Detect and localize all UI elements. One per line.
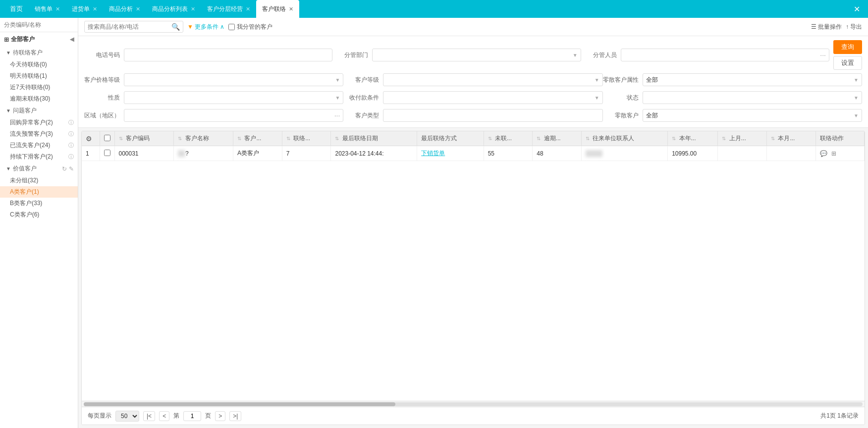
customer-type-input[interactable] — [383, 109, 602, 122]
close-icon[interactable]: ✕ — [246, 6, 250, 12]
payment-select[interactable]: ▼ — [383, 91, 602, 104]
close-icon[interactable]: ✕ — [55, 6, 60, 12]
sort-icon[interactable]: ⇅ — [488, 136, 492, 141]
row-code: 000031 — [114, 146, 174, 161]
manager-select[interactable]: ··· — [621, 49, 829, 61]
close-icon[interactable]: ✕ — [93, 6, 97, 12]
sidebar-item-ungrouped[interactable]: 未分组(32) — [0, 175, 78, 186]
settings-icon[interactable]: ⚙ — [86, 135, 92, 143]
sidebar-item-b-class[interactable]: B类客户(33) — [0, 198, 78, 209]
edit-icon[interactable]: ✎ — [69, 165, 74, 172]
sidebar-item-tomorrow[interactable]: 明天待联络(1) — [0, 70, 78, 82]
filter-search-wrap: 🔍 — [84, 21, 183, 33]
sort-icon[interactable]: ⇅ — [335, 136, 339, 141]
retail-attr-select[interactable]: 全部 ▼ — [643, 73, 862, 86]
field-retail-attr: 零散客户属性 全部 ▼ — [603, 72, 862, 88]
row-checkbox[interactable] — [104, 150, 110, 156]
select-all-checkbox[interactable] — [104, 135, 110, 141]
nav-tab-salesorder[interactable]: 销售单 ✕ — [29, 0, 66, 18]
field-customer-level: 客户等级 ▼ — [343, 72, 602, 88]
col-checkbox — [100, 131, 114, 146]
sidebar-all-customers[interactable]: ⊞ 全部客户 ◀ — [0, 32, 78, 47]
nav-tab-productanalysis[interactable]: 商品分析 ✕ — [103, 0, 146, 18]
collapse-icon[interactable]: ◀ — [70, 36, 74, 43]
customer-level-select[interactable]: ▼ — [383, 73, 602, 86]
refresh-icon[interactable]: ↻ — [62, 165, 67, 172]
col-last-method: 最后联络方式 — [417, 131, 484, 146]
content-area: 🔍 ▼ 更多条件 ∧ 我分管的客户 ☰ 批量操作 ↑ 导出 — [78, 18, 868, 428]
setting-button[interactable]: 设置 — [833, 56, 862, 70]
chevron-down-icon: ▼ — [573, 53, 578, 58]
sort-icon[interactable]: ⇅ — [286, 136, 290, 141]
chat-icon[interactable]: 💬 — [820, 150, 827, 157]
export-icon: ↑ — [846, 23, 849, 30]
nature-select[interactable]: ▼ — [124, 91, 343, 104]
ellipsis-icon: ··· — [334, 111, 340, 119]
row-this-year: 10995.00 — [668, 146, 718, 161]
last-method-link[interactable]: 下销货单 — [421, 150, 445, 157]
chevron-down-icon: ▼ — [854, 113, 859, 118]
nav-tab-customercontact[interactable]: 客户联络 ✕ — [256, 0, 299, 18]
sidebar-item-declining[interactable]: 持续下滑客户(2) ⓘ — [0, 151, 78, 162]
sidebar-group-value[interactable]: ▼ 价值客户 ↻ ✎ — [0, 162, 78, 175]
sidebar-item-today[interactable]: 今天待联络(0) — [0, 59, 78, 70]
sidebar-item-repurchase-abnormal[interactable]: 回购异常客户(2) ⓘ — [0, 117, 78, 128]
field-dept: 分管部门 ▼ — [332, 47, 581, 63]
sidebar-item-7days[interactable]: 近7天待联络(0) — [0, 82, 78, 93]
row-level: A类客户 — [233, 146, 282, 161]
col-action: 联络动作 — [815, 131, 864, 146]
nav-tab-customersegment[interactable]: 客户分层经营 ✕ — [201, 0, 256, 18]
next-page-button[interactable]: > — [215, 411, 225, 421]
customer-table: ⚙ ⇅ 客户编码 ⇅ 客户名称 — [82, 131, 865, 161]
export-button[interactable]: ↑ 导出 — [846, 23, 862, 31]
nav-tab-productanalysislist[interactable]: 商品分析列表 ✕ — [146, 0, 201, 18]
sidebar-item-lost[interactable]: 已流失客户(24) ⓘ — [0, 140, 78, 151]
page-size-select[interactable]: 50 — [115, 411, 139, 422]
prev-page-button[interactable]: < — [159, 411, 169, 421]
row-name-blurred: Ea — [178, 150, 185, 157]
sort-icon[interactable]: ⇅ — [237, 136, 241, 141]
filter-search-icon[interactable]: 🔍 — [171, 23, 180, 31]
sidebar-item-a-class[interactable]: A类客户(1) — [0, 186, 78, 198]
sort-icon[interactable]: ⇅ — [586, 136, 590, 141]
phone-input[interactable] — [124, 49, 332, 61]
sidebar-group-pending[interactable]: ▼ 待联络客户 — [0, 47, 78, 59]
sort-icon[interactable]: ⇅ — [119, 136, 123, 141]
sidebar-item-loss-warning[interactable]: 流失预警客户(3) ⓘ — [0, 128, 78, 140]
horizontal-scrollbar[interactable] — [82, 401, 865, 407]
my-customers-checkbox[interactable] — [228, 24, 235, 30]
first-page-button[interactable]: |< — [143, 411, 155, 421]
field-region: 区域（地区） ··· — [84, 107, 343, 123]
filter-search-input[interactable] — [88, 23, 171, 30]
sidebar-search-wrap: 🔍 — [0, 18, 78, 32]
sort-icon[interactable]: ⇅ — [771, 136, 775, 141]
sidebar-item-c-class[interactable]: C类客户(6) — [0, 209, 78, 220]
close-icon[interactable]: ✕ — [191, 6, 195, 12]
nav-tab-purchaseorder[interactable]: 进货单 ✕ — [66, 0, 103, 18]
sort-icon[interactable]: ⇅ — [722, 136, 726, 141]
sort-icon[interactable]: ⇅ — [672, 136, 676, 141]
sidebar-search-input[interactable] — [4, 21, 78, 28]
batch-icon: ☰ — [811, 23, 816, 30]
close-icon[interactable]: ✕ — [136, 6, 140, 12]
retail-customer-select[interactable]: 全部 ▼ — [643, 109, 862, 122]
last-page-button[interactable]: >| — [229, 411, 241, 421]
dept-select[interactable]: ▼ — [372, 49, 581, 61]
chevron-down-icon: ▼ — [595, 95, 599, 101]
col-code: ⇅ 客户编码 — [114, 131, 174, 146]
sidebar-group-problem[interactable]: ▼ 问题客户 — [0, 105, 78, 117]
price-level-select[interactable]: ▼ — [124, 73, 343, 86]
window-close-button[interactable]: ✕ — [850, 4, 864, 14]
sort-icon[interactable]: ⇅ — [537, 136, 541, 141]
page-number-input[interactable] — [183, 411, 201, 421]
qr-icon[interactable]: ⊞ — [831, 150, 836, 157]
sidebar-item-overdue[interactable]: 逾期未联络(30) — [0, 93, 78, 105]
filter-more-conditions[interactable]: ▼ 更多条件 ∧ — [187, 23, 224, 31]
batch-op-button[interactable]: ☰ 批量操作 — [811, 23, 842, 31]
nav-home[interactable]: 首页 — [4, 4, 29, 13]
status-select[interactable]: ▼ — [643, 91, 862, 104]
sort-icon[interactable]: ⇅ — [178, 136, 182, 141]
query-button[interactable]: 查询 — [833, 40, 862, 54]
region-select[interactable]: ··· — [124, 109, 343, 122]
close-icon[interactable]: ✕ — [289, 6, 293, 12]
